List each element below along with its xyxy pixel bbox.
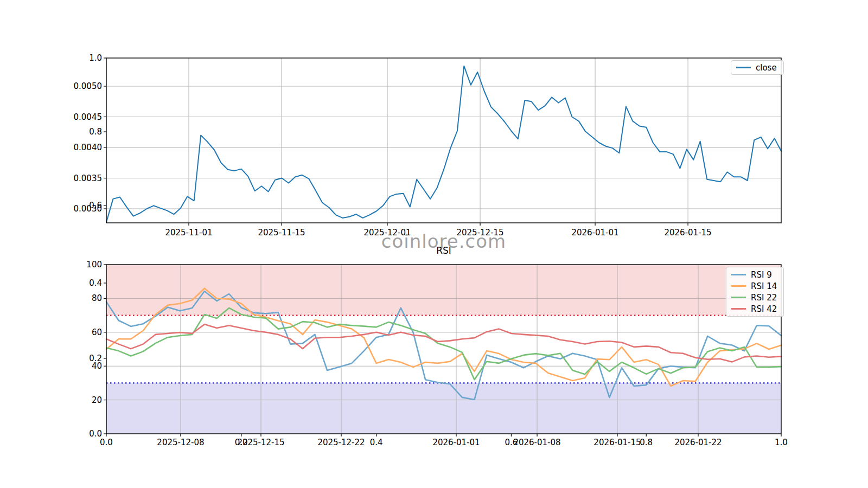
rsi-chart-title: RSI xyxy=(390,245,498,256)
rsi-legend: RSI 9 RSI 14 RSI 22 RSI 42 xyxy=(726,267,784,317)
legend-item-rsi42: RSI 42 xyxy=(731,303,777,314)
legend-item-rsi14: RSI 14 xyxy=(731,280,777,292)
price-legend: close xyxy=(731,60,784,75)
legend-label-rsi14: RSI 14 xyxy=(751,281,777,291)
legend-item-rsi22: RSI 22 xyxy=(731,292,777,303)
rsi9-line-sample xyxy=(731,274,746,275)
legend-item-close: close xyxy=(736,62,777,73)
close-line-sample xyxy=(736,67,751,68)
rsi14-line-sample xyxy=(731,285,746,287)
legend-label-rsi22: RSI 22 xyxy=(751,293,777,303)
legend-item-rsi9: RSI 9 xyxy=(731,269,777,280)
chart-figure: 0.00500.00450.00400.00350.00301.00.80.62… xyxy=(0,0,868,488)
legend-label-rsi9: RSI 9 xyxy=(751,270,772,280)
legend-label-rsi42: RSI 42 xyxy=(751,304,777,314)
legend-label-close: close xyxy=(756,63,777,73)
rsi22-line-sample xyxy=(731,297,746,298)
rsi42-line-sample xyxy=(731,308,746,310)
